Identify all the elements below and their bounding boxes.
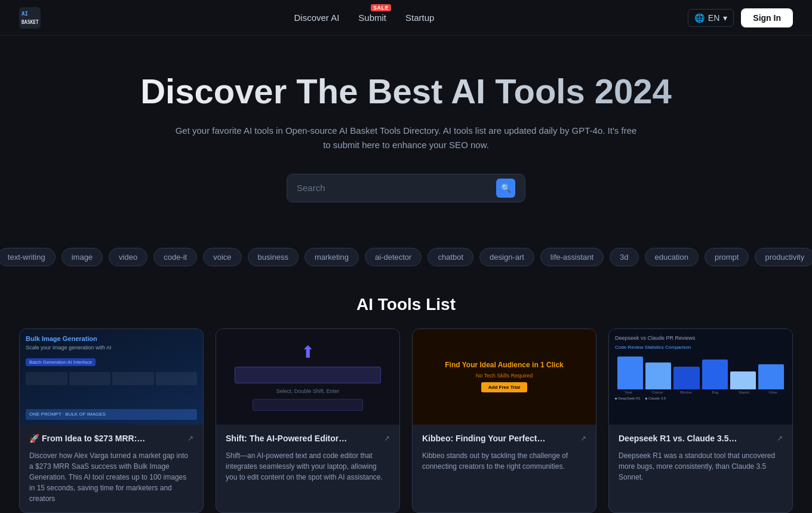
tag-voice[interactable]: voice [203, 248, 241, 266]
sale-badge: SALE [371, 4, 391, 11]
card-1-body: 🚀 From Idea to $273 MRR:… ↗ Discover how… [20, 425, 203, 513]
tags-container: text-writing image video code-it voice b… [0, 248, 812, 271]
tag-prompt[interactable]: prompt [705, 248, 749, 266]
card1-bottom-bar: ONE PROMPT · BULK OF IMAGES [26, 409, 197, 420]
card-4-desc: Deepseek R1 was a standout tool that unc… [619, 450, 783, 483]
nav-right: 🌐 EN ▾ Sign In [688, 8, 793, 27]
external-link-icon-3: ↗ [580, 434, 586, 443]
card2-bar [235, 367, 382, 383]
card-3-title-row: Kibbeo: Finding Your Perfect… ↗ [422, 433, 586, 445]
card3-btn: Add Free Trial [481, 382, 527, 392]
card4-legend: ■ DeepSeek R1 ■ Claude 3.5 [615, 397, 786, 400]
tag-3d[interactable]: 3d [610, 248, 638, 266]
card-2-title-row: Shift: The AI-Powered Editor… ↗ [226, 433, 390, 445]
hero-subtitle: Get your favorite AI tools in Open-sourc… [173, 124, 639, 152]
tag-text-writing[interactable]: text-writing [0, 248, 56, 266]
globe-icon: 🌐 [694, 13, 705, 23]
card-3-body: Kibbeo: Finding Your Perfect… ↗ Kibbeo s… [413, 425, 596, 481]
lang-selector[interactable]: 🌐 EN ▾ [688, 9, 734, 27]
svg-text:BASKET: BASKET [21, 20, 39, 25]
tag-code-it[interactable]: code-it [153, 248, 197, 266]
external-link-icon-2: ↗ [384, 434, 390, 443]
logo[interactable]: AI BASKET [19, 7, 41, 29]
card-2-body: Shift: The AI-Powered Editor… ↗ Shift—an… [216, 425, 399, 492]
card1-img-title: Bulk Image Generation [26, 335, 197, 342]
card3-sub: No Tech Skills Required [476, 373, 533, 379]
card-3-title-text: Kibbeo: Finding Your Perfect… [422, 433, 545, 445]
card-3-desc: Kibbeo stands out by tackling the challe… [422, 450, 586, 472]
svg-text:AI: AI [21, 11, 28, 17]
hero-section: Discover The Best AI Tools 2024 Get your… [0, 36, 812, 248]
card1-badge: Batch Generation AI Interface [26, 358, 96, 366]
card-2-title-text: Shift: The AI-Powered Editor… [226, 433, 347, 445]
external-link-icon-4: ↗ [777, 434, 783, 443]
tag-life-assistant[interactable]: life-assistant [540, 248, 604, 266]
card-4-title-row: Deepseek R1 vs. Claude 3.5… ↗ [619, 433, 783, 445]
sign-in-button[interactable]: Sign In [741, 8, 793, 27]
card1-img-subtitle: Scale your image generation with AI [26, 345, 197, 351]
external-link-icon: ↗ [187, 434, 193, 443]
card-1-title-text: 🚀 From Idea to $273 MRR:… [29, 433, 145, 445]
hero-title: Discover The Best AI Tools 2024 [19, 72, 793, 112]
section-title: AI Tools List [0, 295, 812, 314]
card-4-title-text: Deepseek R1 vs. Claude 3.5… [619, 433, 737, 445]
card-1-title-row: 🚀 From Idea to $273 MRR:… ↗ [29, 433, 193, 445]
nav-startup[interactable]: Startup [405, 13, 434, 23]
card-4-image: Deepseek vs Claude PR Reviews Code Revie… [609, 329, 792, 425]
tag-marketing[interactable]: marketing [304, 248, 359, 266]
tag-education[interactable]: education [645, 248, 699, 266]
card-2-desc: Shift—an AI-powered text and code editor… [226, 450, 390, 483]
card2-bar2 [253, 399, 362, 411]
chevron-down-icon: ▾ [723, 13, 727, 23]
cards-grid-row1: Bulk Image Generation Scale your image g… [0, 328, 812, 513]
nav-discover-ai[interactable]: Discover AI [294, 13, 339, 23]
tag-productivity[interactable]: productivity [755, 248, 812, 266]
card2-arrow: ⬆ [301, 342, 315, 362]
card-4-body: Deepseek R1 vs. Claude 3.5… ↗ Deepseek R… [609, 425, 792, 492]
card-1[interactable]: Bulk Image Generation Scale your image g… [19, 328, 204, 513]
card4-labels: Total Critical Blocker Bug Nitpick Other [615, 391, 786, 394]
search-input[interactable] [297, 183, 496, 193]
navbar: AI BASKET Discover AI Submit SALE Startu… [0, 0, 812, 36]
nav-links: Discover AI Submit SALE Startup [294, 13, 434, 23]
card-1-desc: Discover how Alex Varga turned a market … [29, 450, 193, 504]
card3-title: Find Your Ideal Audience in 1 Click [445, 361, 564, 369]
card-4[interactable]: Deepseek vs Claude PR Reviews Code Revie… [608, 328, 793, 513]
nav-submit[interactable]: Submit SALE [358, 13, 386, 23]
tag-business[interactable]: business [248, 248, 299, 266]
search-button[interactable]: 🔍 [496, 179, 515, 198]
tag-chatbot[interactable]: chatbot [427, 248, 473, 266]
tag-ai-detector[interactable]: ai-detector [365, 248, 422, 266]
lang-label: EN [708, 13, 719, 23]
tag-video[interactable]: video [109, 248, 147, 266]
search-icon: 🔍 [501, 183, 511, 193]
card4-chart [615, 354, 786, 389]
search-box: 🔍 [287, 174, 525, 202]
card4-header2: Code Review Statistics Comparison [615, 345, 786, 350]
card4-header: Deepseek vs Claude PR Reviews [615, 335, 786, 341]
tag-image[interactable]: image [61, 248, 103, 266]
search-container: 🔍 [19, 174, 793, 202]
card-3-image: Find Your Ideal Audience in 1 Click No T… [413, 329, 596, 425]
tag-design-art[interactable]: design-art [479, 248, 534, 266]
card-1-emoji: 🚀 [29, 434, 39, 443]
card-3[interactable]: Find Your Ideal Audience in 1 Click No T… [412, 328, 596, 513]
card-2[interactable]: ⬆ Select, Double Shift, Enter Shift: The… [216, 328, 400, 513]
card2-text: Select, Double Shift, Enter [276, 388, 340, 394]
card-1-image: Bulk Image Generation Scale your image g… [20, 329, 203, 425]
card-2-image: ⬆ Select, Double Shift, Enter [216, 329, 399, 425]
